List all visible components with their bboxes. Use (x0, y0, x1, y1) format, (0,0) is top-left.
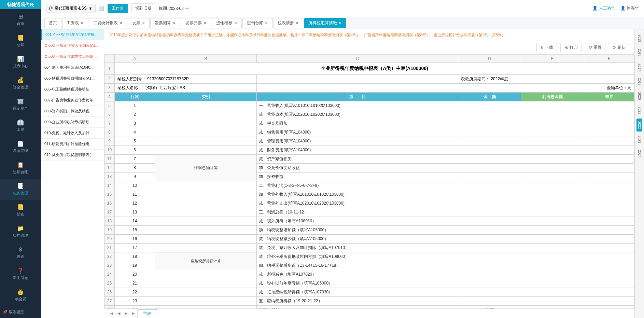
sidebar-item-guide[interactable]: ❓ 新手引导 (0, 263, 41, 285)
sidebar-item-member[interactable]: 👑 畅会员 (0, 285, 41, 306)
left-panel-item-011[interactable]: 011-研发费用加计扣除优惠... (41, 139, 104, 150)
reset-button[interactable]: ↺ 重置 (585, 43, 605, 52)
year-item-2020[interactable]: 2020 (636, 89, 642, 102)
tab-close-icon[interactable]: ✕ (234, 21, 237, 26)
tab-close-icon[interactable]: ✕ (265, 21, 268, 26)
left-panel-item-007[interactable]: 007-广告费和业务宣传费跨年... (41, 95, 104, 106)
row-item: 三、利润总额（10-11-12） (257, 208, 458, 217)
row-amount (458, 199, 521, 208)
year-item-2018[interactable]: 2018 (636, 75, 642, 88)
left-panel-item-002[interactable]: ⊘ 002-一般企业收入明细表(A1... (41, 40, 104, 51)
tab-salary[interactable]: 工资表 ✕ (62, 18, 88, 28)
left-panel-item-005[interactable]: 005-纳税调整项目明细表(A1... (41, 73, 104, 84)
tab-home[interactable]: 首页 (44, 18, 61, 28)
row-number: 12 (104, 163, 115, 172)
table-title: 企业所得税年度纳税申报表（A类）主表(A100000) (115, 63, 634, 74)
col-xingci: 行次 (115, 92, 155, 101)
sidebar-item-finance[interactable]: 💰 资金管理 (0, 73, 41, 94)
print-icon: 🖨 (564, 45, 568, 50)
left-panel-item-010[interactable]: 010-免税、减计收入及加计... (41, 128, 104, 139)
row-category (155, 305, 257, 308)
row-number: 4 (104, 92, 115, 101)
col-header-c: C (257, 55, 458, 63)
year-item-2023[interactable]: 2023 (636, 133, 642, 146)
tab-income-tax[interactable]: 所得税汇算清缴 ✕ (304, 18, 346, 28)
user-service[interactable]: 👤 人工咨询 (592, 5, 615, 11)
tab-check[interactable]: 进销稽核 ✕ (212, 18, 242, 28)
sidebar-item-label: 新手引导 (13, 275, 28, 280)
tab-close-icon[interactable]: ✕ (338, 21, 342, 26)
tab-invoice[interactable]: 发票 ✕ (128, 18, 150, 28)
row-diff (584, 154, 634, 163)
row-number: 21 (104, 243, 115, 252)
tab-close-icon[interactable]: ✕ (203, 21, 207, 26)
cancel-fixed-btn[interactable]: 📌 取消固定 (0, 306, 41, 318)
sidebar-item-label: 设置 (17, 254, 24, 259)
row-category (155, 101, 257, 110)
bottom-tab-main[interactable]: 主表 (137, 309, 157, 318)
workbench-button[interactable]: 工作台 (108, 4, 128, 13)
company-selector[interactable]: (勾嚗) 江西服宝-LSS ▼ (46, 4, 96, 13)
year-item-2021[interactable]: 2021 (636, 104, 642, 117)
row-profit (521, 190, 584, 199)
company-value: （勾嚗）江西服宝-LSS (143, 85, 185, 90)
tab-close-icon[interactable]: ✕ (295, 21, 299, 26)
next-tab-icon[interactable]: ▶ (123, 310, 129, 316)
left-panel-item-009[interactable]: 009-企业所得税补亏损明细... (41, 117, 104, 128)
table-container[interactable]: A B C D E F 1 企业所 (104, 55, 634, 309)
reports-icon: 📊 (17, 56, 24, 62)
year-item-2019[interactable]: 2019 (636, 32, 642, 45)
left-panel-item-008[interactable]: 008-资产折旧、摊销及纳税... (41, 106, 104, 117)
finance-icon: 💰 (17, 77, 24, 83)
year-item-2017[interactable]: 2017 (636, 61, 642, 74)
tab-invoice-issue[interactable]: 发票开票 ✕ (181, 18, 211, 28)
sidebar-item-salary[interactable]: 👔 工资 (0, 115, 41, 136)
sidebar-item-home[interactable]: ⊞ 首页 (0, 9, 41, 30)
last-tab-icon[interactable]: ▶| (130, 310, 137, 316)
sidebar-item-reports[interactable]: 📊 报表中心 (0, 52, 41, 73)
table-row: 15 11 加：营业外收入(填写A101010\101020\103000) (104, 190, 634, 199)
sidebar-item-label: 总账 (17, 42, 24, 47)
sidebar-item-close[interactable]: 📒 结账 (0, 200, 41, 221)
left-panel-item-003[interactable]: ⊘ 003-一般企业成本支出明细... (41, 51, 104, 62)
row-num: 23 (115, 296, 155, 305)
edit-period-icon[interactable]: ✏ (185, 6, 189, 11)
year-item-2016[interactable]: 2016 (636, 46, 642, 59)
tab-tax-list[interactable]: 税表清册 ✕ (273, 18, 303, 28)
sidebar-item-assets[interactable]: 🏢 固定资产 (0, 94, 41, 115)
row-item: 减：管理费用(填写A104000) (257, 137, 458, 146)
tab-close-icon[interactable]: ✕ (80, 21, 84, 26)
sidebar-item-ledger[interactable]: 📒 总账 (0, 30, 41, 52)
sidebar-item-tax[interactable]: 📑 税务管理 (0, 179, 41, 200)
prev-tab-icon[interactable]: ◀ (116, 310, 122, 316)
tab-salary-stats[interactable]: 工资统计报表 ✕ (89, 18, 127, 28)
sidebar-item-settings[interactable]: ⚙ 设置 (0, 242, 41, 263)
refresh-button[interactable]: ⟳ 刷新 (609, 43, 629, 52)
year-item-2022[interactable]: 2022 (636, 119, 642, 132)
sidebar-item-invoice[interactable]: 📄 发票管理 (0, 136, 41, 157)
tab-close-icon[interactable]: ✕ (172, 21, 176, 26)
tab-close-icon[interactable]: ✕ (142, 21, 145, 26)
first-tab-icon[interactable]: |◀ (108, 310, 115, 316)
tab-invoice-calc[interactable]: 发票测算 ✕ (150, 18, 180, 28)
copy-icon[interactable]: ⬜ (99, 6, 104, 11)
bottom-nav: |◀ ◀ ▶ ▶| (108, 310, 137, 316)
left-panel-item-001[interactable]: 001-企业所得税年度纳税申报... (41, 29, 104, 40)
tab-close-icon[interactable]: ✕ (119, 21, 123, 26)
switch-version-button[interactable]: 切到旧版 (131, 3, 155, 13)
table-row: 19 15 加：纳税调整增加额（填写A105000） (104, 225, 634, 234)
warning-bar: 2019年度步及取以前年度结转数据的申报表单元格需要手工维护正确，才能保证本年及… (104, 29, 634, 41)
left-panel-item-004[interactable]: 004-期间费用明细表(A1040... (41, 62, 104, 73)
year-item-2024[interactable]: 2024 (636, 147, 642, 160)
row-num: 14 (115, 217, 155, 225)
sidebar-item-archive[interactable]: 📁 归档管理 (0, 221, 41, 242)
row-category (155, 225, 257, 234)
print-button[interactable]: 🖨 打印 (560, 43, 582, 52)
sidebar-item-purchsales[interactable]: 📋 进销台账 (0, 157, 41, 179)
row-item: 二、营业利润(1-2-3-4-5-6-7-8+9) (257, 181, 458, 190)
left-panel-item-006[interactable]: 006-职工薪酬纳税调整明细... (41, 84, 104, 95)
download-button[interactable]: ⬇ 下载 (536, 43, 557, 52)
tab-ledger[interactable]: 进销台账 ✕ (242, 18, 272, 28)
row-profit (521, 119, 584, 128)
left-panel-item-012[interactable]: 012-减免所得税优惠明细表(... (41, 150, 104, 161)
